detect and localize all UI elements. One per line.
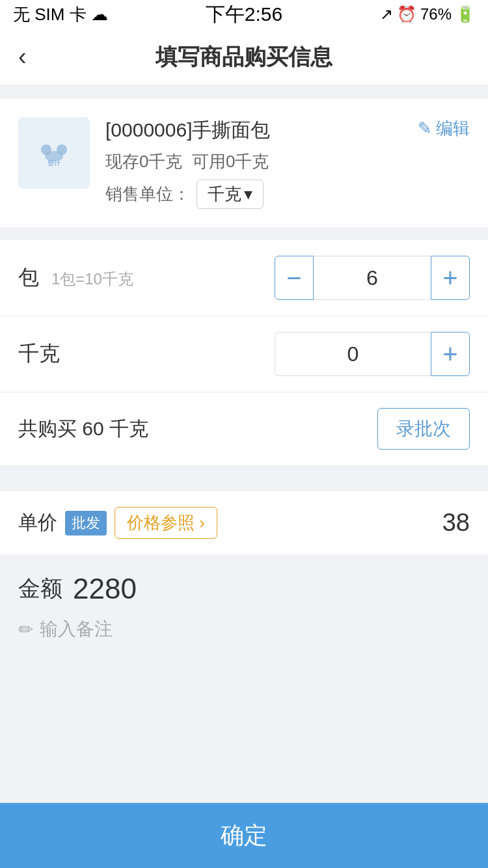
price-value: 38 [442, 509, 470, 537]
price-label: 单价 [18, 509, 57, 536]
qianke-qty-input[interactable] [275, 332, 431, 376]
edit-button[interactable]: ✎ 编辑 [418, 117, 470, 140]
price-row: 单价 批发 价格参照 › 38 [18, 507, 470, 539]
status-left: 无 SIM 卡 ☁ [13, 3, 108, 26]
confirm-bar[interactable]: 确定 [0, 803, 488, 868]
edit-icon: ✎ [418, 118, 432, 139]
status-bar: 无 SIM 卡 ☁ 下午2:56 ↗ ⏰ 76% 🔋 [0, 0, 488, 29]
bao-qty-control: − + [275, 256, 470, 300]
summary-row: 共购买 60 千克 录批次 [0, 392, 488, 465]
product-name: [0000006]手撕面包 [105, 117, 470, 144]
divider-2 [0, 465, 488, 478]
back-button[interactable]: ‹ [18, 43, 27, 71]
product-card: 智计 [0000006]手撕面包 现存0千克 可用0千克 销售单位： 千克 ▾ … [0, 99, 488, 227]
chevron-down-icon: ▾ [244, 184, 252, 204]
confirm-button[interactable]: 确定 [221, 820, 267, 852]
pencil-icon: ✏ [18, 619, 33, 640]
bao-input-section: 包 1包=10千克 − + 千克 + [0, 240, 488, 392]
amount-row: 金额 2280 [18, 573, 470, 605]
price-tag-pifa: 批发 [65, 511, 107, 536]
qianke-label: 千克 [18, 340, 275, 368]
bao-hint: 1包=10千克 [51, 270, 133, 288]
bao-plus-button[interactable]: + [431, 256, 470, 300]
amount-value: 2280 [73, 573, 137, 605]
amount-section: 金额 2280 ✏ 输入备注 [0, 557, 488, 655]
summary-text: 共购买 60 千克 [18, 416, 148, 442]
status-right: ↗ ⏰ 76% 🔋 [380, 5, 475, 23]
status-time: 下午2:56 [206, 1, 282, 28]
divider-1 [0, 227, 488, 240]
page-title: 填写商品购买信息 [156, 42, 332, 72]
battery-icon: 🔋 [455, 5, 475, 23]
product-stock: 现存0千克 可用0千克 [105, 150, 470, 173]
product-info: [0000006]手撕面包 现存0千克 可用0千克 销售单位： 千克 ▾ [105, 117, 470, 209]
signal-text: 无 SIM 卡 ☁ [13, 3, 108, 26]
note-placeholder: 输入备注 [40, 617, 113, 642]
unit-label: 销售单位： [105, 183, 190, 206]
svg-text:智计: 智计 [47, 159, 61, 167]
nav-bar: ‹ 填写商品购买信息 [0, 29, 488, 86]
product-unit-row: 销售单位： 千克 ▾ [105, 180, 470, 209]
alarm-icon: ⏰ [397, 5, 416, 23]
price-left: 单价 批发 价格参照 › [18, 507, 217, 539]
qianke-row: 千克 + [0, 316, 488, 392]
batch-button[interactable]: 录批次 [377, 408, 470, 450]
note-row[interactable]: ✏ 输入备注 [18, 617, 470, 648]
bao-minus-button[interactable]: − [275, 256, 314, 300]
qianke-plus-button[interactable]: + [431, 332, 470, 376]
unit-select[interactable]: 千克 ▾ [197, 180, 264, 209]
bao-label: 包 1包=10千克 [18, 264, 275, 292]
product-thumbnail: 智计 [18, 117, 90, 189]
bao-row: 包 1包=10千克 − + [0, 240, 488, 316]
bao-qty-input[interactable] [314, 256, 431, 300]
location-icon: ↗ [380, 5, 393, 23]
price-ref-button[interactable]: 价格参照 › [115, 507, 217, 539]
edit-label: 编辑 [436, 117, 470, 140]
qianke-qty-control: + [275, 332, 470, 376]
price-section: 单价 批发 价格参照 › 38 [0, 491, 488, 554]
amount-label: 金额 [18, 574, 62, 604]
battery-text: 76% [420, 5, 452, 23]
